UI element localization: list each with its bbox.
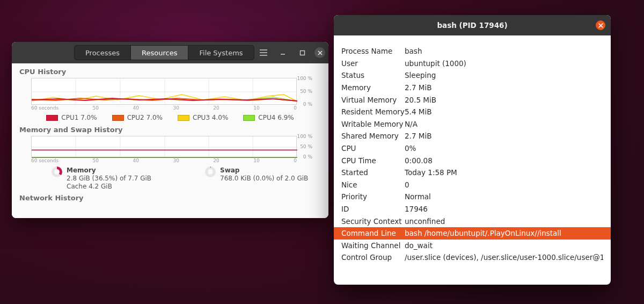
property-value: Normal xyxy=(405,192,603,201)
property-row[interactable]: Writable MemoryN/A xyxy=(334,118,611,131)
property-row[interactable]: Command Linebash /home/ubuntupit/.PlayOn… xyxy=(334,227,611,240)
y-label-50: 50 % xyxy=(300,89,312,94)
mem-x-labels: 60 seconds50 4030 2010 0 xyxy=(31,158,297,163)
minimize-button[interactable] xyxy=(276,46,290,60)
property-value: 0:00.08 xyxy=(405,156,603,165)
property-row[interactable]: PriorityNormal xyxy=(334,191,611,203)
cpu-history-graph: 100 % 50 % 0 % xyxy=(31,78,297,105)
legend-label: CPU4 6.9% xyxy=(258,114,294,121)
property-row[interactable]: Nice0 xyxy=(334,179,611,191)
property-value: 2.7 MiB xyxy=(405,83,603,92)
cpu-legend-item[interactable]: CPU3 4.0% xyxy=(178,114,228,121)
legend-label: CPU1 7.0% xyxy=(61,114,97,121)
property-row[interactable]: Shared Memory2.7 MiB xyxy=(334,130,611,142)
property-value: 0% xyxy=(405,143,603,153)
property-value: Today 1:58 PM xyxy=(405,168,603,177)
property-key: Status xyxy=(341,70,405,80)
mem-lines xyxy=(32,136,297,158)
monitor-view-tabs: Processes Resources File Systems xyxy=(74,45,254,60)
close-button[interactable] xyxy=(314,47,325,58)
tab-filesystems[interactable]: File Systems xyxy=(188,46,253,60)
property-value: 5.4 MiB xyxy=(405,107,603,117)
memory-cache-text: Cache 4.2 GiB xyxy=(67,183,151,191)
property-key: Waiting Channel xyxy=(341,241,405,250)
property-row[interactable]: CPU0% xyxy=(334,142,611,155)
property-key: Writable Memory xyxy=(341,119,405,129)
close-button[interactable] xyxy=(596,20,605,30)
cpu-legend-item[interactable]: CPU2 7.0% xyxy=(112,114,163,121)
memory-label: Memory xyxy=(67,167,151,175)
property-value: bash /home/ubuntupit/.PlayOnLinux//insta… xyxy=(405,228,611,238)
process-details-dialog: bash (PID 17946) Process NamebashUserubu… xyxy=(334,15,611,285)
property-key: CPU Time xyxy=(341,156,405,165)
mem-summary: Memory 2.8 GiB (36.5%) of 7.7 GiB Cache … xyxy=(52,167,321,191)
legend-label: CPU3 4.0% xyxy=(193,114,228,121)
property-row[interactable]: Virtual Memory20.5 MiB xyxy=(334,93,611,106)
cpu-legend-item[interactable]: CPU1 7.0% xyxy=(46,114,97,121)
swap-donut-icon xyxy=(205,167,216,177)
details-titlebar: bash (PID 17946) xyxy=(334,15,611,35)
y-label-0: 0 % xyxy=(303,102,312,107)
property-row[interactable]: Userubuntupit (1000) xyxy=(334,57,611,70)
monitor-titlebar: Processes Resources File Systems xyxy=(12,42,328,63)
property-value: 17946 xyxy=(405,204,603,214)
tab-processes[interactable]: Processes xyxy=(75,46,131,60)
hamburger-menu-icon[interactable] xyxy=(257,46,270,60)
property-value: unconfined xyxy=(405,216,603,226)
legend-swatch-icon xyxy=(112,115,124,121)
mem-history-graph: 100 % 50 % 0 % xyxy=(31,136,297,157)
cpu-history-title: CPU History xyxy=(19,68,321,76)
property-key: Command Line xyxy=(341,228,405,238)
cpu-legend: CPU1 7.0%CPU2 7.0%CPU3 4.0%CPU4 6.9% xyxy=(19,114,321,121)
property-row[interactable]: ID17946 xyxy=(334,203,611,215)
y-label-100: 100 % xyxy=(297,76,312,81)
legend-swatch-icon xyxy=(243,115,255,121)
property-key: Memory xyxy=(341,83,405,92)
property-key: CPU xyxy=(341,143,405,153)
property-key: User xyxy=(341,59,405,68)
cpu-legend-item[interactable]: CPU4 6.9% xyxy=(243,114,294,121)
cpu-x-labels: 60 seconds50 4030 2010 0 xyxy=(31,105,297,111)
property-row[interactable]: Resident Memory5.4 MiB xyxy=(334,106,611,118)
property-row[interactable]: Memory2.7 MiB xyxy=(334,82,611,94)
property-value: ubuntupit (1000) xyxy=(405,59,603,68)
svg-marker-0 xyxy=(0,279,343,304)
property-key: Process Name xyxy=(341,46,405,56)
monitor-body: CPU History 100 % 50 % 0 % xyxy=(12,63,328,218)
property-row[interactable]: Security Contextunconfined xyxy=(334,215,611,227)
property-key: Control Group xyxy=(341,252,405,262)
property-key: Shared Memory xyxy=(341,131,405,141)
property-key: Resident Memory xyxy=(341,107,405,117)
property-key: Priority xyxy=(341,192,405,201)
swap-usage-text: 768.0 KiB (0.0%) of 2.0 GiB xyxy=(220,175,308,183)
legend-swatch-icon xyxy=(46,115,58,121)
property-row[interactable]: StatusSleeping xyxy=(334,69,611,82)
property-row[interactable]: Waiting Channeldo_wait xyxy=(334,240,611,252)
property-value: Sleeping xyxy=(405,70,603,80)
property-key: Started xyxy=(341,168,405,177)
property-value: 20.5 MiB xyxy=(405,95,603,105)
property-row[interactable]: Process Namebash xyxy=(334,45,611,57)
maximize-button[interactable] xyxy=(295,46,309,60)
property-value: 2.7 MiB xyxy=(405,131,603,141)
property-row[interactable]: CPU Time0:00.08 xyxy=(334,154,611,167)
net-history-title: Network History xyxy=(19,194,321,202)
property-key: ID xyxy=(341,204,405,214)
property-key: Security Context xyxy=(341,216,405,226)
swap-label: Swap xyxy=(220,167,308,175)
property-key: Virtual Memory xyxy=(341,95,405,105)
property-value: N/A xyxy=(405,119,603,129)
property-value: 0 xyxy=(405,180,603,190)
memory-usage-text: 2.8 GiB (36.5%) of 7.7 GiB xyxy=(67,175,151,183)
mem-history-title: Memory and Swap History xyxy=(19,126,321,134)
cpu-lines xyxy=(32,78,297,105)
details-window-title: bash (PID 17946) xyxy=(437,21,507,30)
tab-resources[interactable]: Resources xyxy=(131,46,188,60)
property-row[interactable]: StartedToday 1:58 PM xyxy=(334,167,611,179)
legend-swatch-icon xyxy=(178,115,189,121)
details-property-list[interactable]: Process NamebashUserubuntupit (1000)Stat… xyxy=(334,35,611,285)
property-row[interactable]: Control Group/user.slice (devices), /use… xyxy=(334,251,611,264)
system-monitor-window: Processes Resources File Systems CPU His… xyxy=(12,42,328,218)
property-key: Nice xyxy=(341,180,405,190)
property-value: bash xyxy=(405,46,603,56)
